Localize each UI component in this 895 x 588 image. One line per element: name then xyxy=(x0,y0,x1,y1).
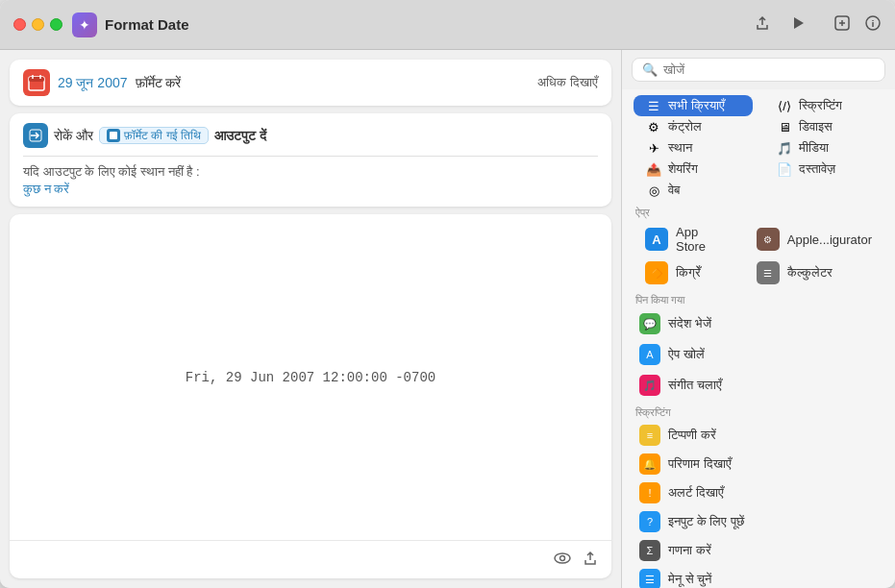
search-input[interactable] xyxy=(663,62,875,77)
result-footer xyxy=(10,540,611,578)
scripting-comment[interactable]: ≡ टिप्पणी करें xyxy=(628,421,889,450)
app-row-other1[interactable]: 🔶 किग्रेँ xyxy=(634,257,733,288)
traffic-lights xyxy=(13,18,62,31)
category-control[interactable]: ⚙ कंट्रोल xyxy=(634,116,753,137)
scripting-show-result-label: परिणाम दिखाएँ xyxy=(668,456,732,472)
web-icon: ◎ xyxy=(645,184,662,198)
app-row-appstore[interactable]: A App Store xyxy=(634,221,733,257)
category-all-actions[interactable]: ☰ सभी क्रियाएँ xyxy=(634,95,753,116)
main-content: 29 जून 2007 फ़ॉर्मेट करें अधिक दिखाएँ रो… xyxy=(0,50,895,588)
result-text: Fri, 29 Jun 2007 12:00:00 -0700 xyxy=(186,370,435,385)
pinned-section-label: पिन किया गया xyxy=(622,288,895,308)
titlebar-actions xyxy=(753,13,807,37)
other2-icon: ☰ xyxy=(757,261,780,284)
info-button[interactable] xyxy=(864,14,882,36)
result-content: Fri, 29 Jun 2007 12:00:00 -0700 xyxy=(10,214,611,540)
scripting-alert-label: अलर्ट दिखाएँ xyxy=(668,485,724,501)
scripting-menu-label: मेनू से चुनें xyxy=(668,572,711,587)
result-area: Fri, 29 Jun 2007 12:00:00 -0700 xyxy=(10,214,611,578)
open-app-icon: A xyxy=(639,344,660,365)
alert-icon: ! xyxy=(639,482,660,503)
output-action: रोकें और फ़ॉर्मेट की गई तिथि आउटपुट दें … xyxy=(10,113,611,207)
output-header: रोकें और फ़ॉर्मेट की गई तिथि आउटपुट दें xyxy=(23,123,598,148)
category-sharing[interactable]: 📤 शेयरिंग xyxy=(634,159,753,180)
app-icon: ✦ xyxy=(72,12,97,37)
right-panel: 🔍 ☰ सभी क्रियाएँ ⟨/⟩ स्क्रिप्टिंग xyxy=(621,50,895,588)
block-divider xyxy=(23,156,598,157)
appstore-icon: A xyxy=(645,228,668,251)
no-output-action[interactable]: कुछ न करें xyxy=(23,182,598,197)
token-badge: फ़ॉर्मेट की गई तिथि xyxy=(99,127,209,144)
category-web[interactable]: ◎ वेब xyxy=(634,180,753,201)
category-docs[interactable]: 📄 दस्तावेज़ xyxy=(764,159,883,180)
scripting-calc-label: गणना करें xyxy=(668,543,711,558)
show-result-icon: 🔔 xyxy=(639,453,660,475)
output-icon xyxy=(23,123,48,148)
configurator-label: Apple...igurator xyxy=(787,233,872,247)
categories-grid: ☰ सभी क्रियाएँ ⟨/⟩ स्क्रिप्टिंग ⚙ कंट्रो… xyxy=(622,95,895,201)
svg-point-8 xyxy=(560,555,565,560)
app-row-other2[interactable]: ☰ कैल्कुलेटर xyxy=(745,257,883,288)
right-titlebar xyxy=(820,0,895,50)
action1-more[interactable]: अधिक दिखाएँ xyxy=(537,75,598,90)
window-title: Format Date xyxy=(105,16,753,33)
scripting-menu[interactable]: ☰ मेनू से चुनें xyxy=(628,565,889,588)
close-button[interactable] xyxy=(13,18,26,31)
scripting-calc[interactable]: Σ गणना करें xyxy=(628,536,889,565)
pinned-open-app[interactable]: A ऐप खोलें xyxy=(628,339,889,370)
scripting-section-label: स्क्रिप्टिंग xyxy=(622,401,895,421)
input-icon: ? xyxy=(639,511,660,532)
share-button[interactable] xyxy=(753,13,772,37)
scripting-show-result[interactable]: 🔔 परिणाम दिखाएँ xyxy=(628,450,889,478)
search-box: 🔍 xyxy=(622,50,895,89)
action2-suffix: आउटपुट दें xyxy=(214,128,266,144)
menu-icon: ☰ xyxy=(639,569,660,588)
other1-label: किग्रेँ xyxy=(676,265,701,281)
preview-button[interactable] xyxy=(554,550,571,571)
scripting-alert[interactable]: ! अलर्ट दिखाएँ xyxy=(628,478,889,507)
pinned-messages-label: संदेश भेजें xyxy=(668,316,711,331)
category-control-label: कंट्रोल xyxy=(668,119,702,135)
token-icon xyxy=(107,129,120,142)
category-media[interactable]: 🎵 मीडिया xyxy=(764,137,883,159)
location-icon: ✈ xyxy=(645,141,662,156)
maximize-button[interactable] xyxy=(50,18,62,31)
category-location[interactable]: ✈ स्थान xyxy=(634,137,753,159)
app-row-configurator[interactable]: ⚙ Apple...igurator xyxy=(745,221,883,257)
category-all-label: सभी क्रियाएँ xyxy=(668,98,725,113)
category-device-label: डिवाइस xyxy=(799,119,833,135)
add-action-button[interactable] xyxy=(833,14,851,36)
scripting-input[interactable]: ? इनपुट के लिए पूछें xyxy=(628,507,889,536)
no-output-text: यदि आउटपुट के लिए कोई स्थान नहीं है : xyxy=(23,164,200,179)
configurator-icon: ⚙ xyxy=(757,228,780,251)
category-location-label: स्थान xyxy=(668,140,692,156)
docs-icon: 📄 xyxy=(776,162,793,177)
action1-header: 29 जून 2007 फ़ॉर्मेट करें अधिक दिखाएँ xyxy=(23,69,598,96)
pinned-music-label: संगीत चलाएँ xyxy=(668,378,722,393)
category-device[interactable]: 🖥 डिवाइस xyxy=(764,116,883,137)
svg-rect-4 xyxy=(29,77,44,82)
scripting-cat-icon: ⟨/⟩ xyxy=(776,99,793,113)
share-result-button[interactable] xyxy=(583,551,598,570)
svg-rect-6 xyxy=(110,132,117,139)
messages-icon: 💬 xyxy=(639,313,660,334)
svg-point-7 xyxy=(555,553,570,563)
play-button[interactable] xyxy=(789,14,807,36)
action1-date: 29 जून 2007 xyxy=(58,75,128,91)
category-sharing-label: शेयरिंग xyxy=(668,161,698,177)
category-web-label: वेब xyxy=(668,183,680,198)
category-docs-label: दस्तावेज़ xyxy=(799,161,835,177)
apps-section-label: ऐप्र xyxy=(622,201,895,221)
category-scripting[interactable]: ⟨/⟩ स्क्रिप्टिंग xyxy=(764,95,883,116)
date-icon xyxy=(23,69,50,96)
minimize-button[interactable] xyxy=(32,18,44,31)
action1-label: फ़ॉर्मेट करें xyxy=(136,75,182,91)
pinned-music[interactable]: 🎵 संगीत चलाएँ xyxy=(628,370,889,401)
main-window: ✦ Format Date xyxy=(0,0,895,588)
scripting-input-label: इनपुट के लिए पूछें xyxy=(668,514,744,529)
calc-icon: Σ xyxy=(639,540,660,561)
search-input-wrap[interactable]: 🔍 xyxy=(632,58,885,82)
pinned-messages[interactable]: 💬 संदेश भेजें xyxy=(628,308,889,339)
category-media-label: मीडिया xyxy=(799,140,829,156)
media-icon: 🎵 xyxy=(776,141,793,156)
